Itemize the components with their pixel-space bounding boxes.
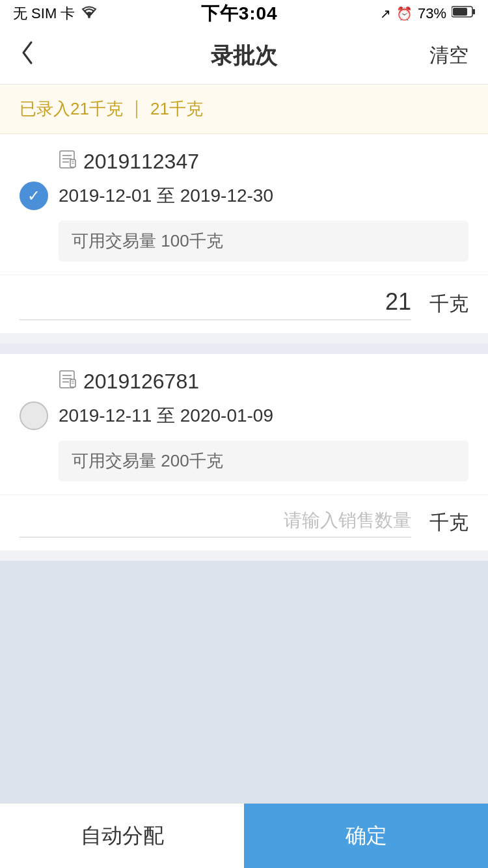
batch-date-2: 2019-12-11 至 2020-01-09 [59,403,273,428]
info-divider [136,100,137,118]
recorded-amount-label: 已录入21千克 [20,98,123,120]
status-bar: 无 SIM 卡 下午3:04 ↗ ⏰ 73% [0,0,488,27]
wifi-icon [80,5,98,23]
batch-date-row-1[interactable]: ✓ 2019-12-01 至 2019-12-30 [20,182,468,210]
alarm-icon: ⏰ [396,6,413,21]
batch-number-row-1: 2019112347 [20,150,468,174]
amount-placeholder-2[interactable]: 请输入销售数量 [284,508,411,533]
page-title: 录批次 [211,41,277,71]
batch-date-row-2[interactable]: 2019-12-11 至 2020-01-09 [20,401,468,430]
amount-input-wrapper-2: 请输入销售数量 [20,508,411,537]
batch-card-2: 2019126781 2019-12-11 至 2020-01-09 可用交易量… [0,354,488,550]
recorded-amount-value: 21千克 [150,98,203,120]
amount-input-wrapper-1: 21 [20,288,411,320]
battery-icon [452,5,475,22]
amount-unit-1: 千克 [429,291,468,318]
back-button[interactable] [20,40,59,72]
batch-date-1: 2019-12-01 至 2019-12-30 [59,183,273,208]
cards-separator [0,344,488,354]
status-left: 无 SIM 卡 [13,4,98,23]
location-icon: ↗ [380,6,391,21]
battery-text: 73% [418,5,446,22]
batch-card-2-inner: 2019126781 2019-12-11 至 2020-01-09 可用交易量… [0,354,488,495]
bottom-bar: 自动分配 确定 [0,803,488,868]
clear-button[interactable]: 清空 [429,42,468,69]
svg-rect-3 [453,8,467,16]
batch-doc-icon-1 [59,150,77,173]
batch-radio-2[interactable] [20,401,48,430]
available-row-1: 可用交易量 100千克 [59,221,468,262]
available-label-2: 可用交易量 200千克 [72,451,223,470]
available-row-2: 可用交易量 200千克 [59,441,468,481]
svg-point-0 [88,16,90,18]
amount-row-2: 请输入销售数量 千克 [0,495,488,550]
status-right: ↗ ⏰ 73% [380,5,475,22]
batch-number-2: 2019126781 [83,370,199,394]
batch-radio-1[interactable]: ✓ [20,182,48,210]
gray-area [0,561,488,815]
check-icon-1: ✓ [27,187,40,205]
sim-label: 无 SIM 卡 [13,4,75,23]
amount-unit-2: 千克 [429,509,468,536]
batch-doc-icon-2 [59,370,77,393]
batch-card-1: 2019112347 ✓ 2019-12-01 至 2019-12-30 可用交… [0,134,488,333]
available-label-1: 可用交易量 100千克 [72,231,223,251]
amount-row-1: 21 千克 [0,275,488,333]
nav-bar: 录批次 清空 [0,27,488,85]
confirm-button[interactable]: 确定 [244,804,488,868]
amount-value-1[interactable]: 21 [385,288,411,316]
batch-card-1-inner: 2019112347 ✓ 2019-12-01 至 2019-12-30 可用交… [0,134,488,275]
batch-number-1: 2019112347 [83,150,199,174]
info-banner: 已录入21千克 21千克 [0,85,488,134]
svg-rect-2 [472,9,475,14]
auto-distribute-button[interactable]: 自动分配 [0,804,244,868]
batch-number-row-2: 2019126781 [20,370,468,394]
status-time: 下午3:04 [201,1,278,26]
